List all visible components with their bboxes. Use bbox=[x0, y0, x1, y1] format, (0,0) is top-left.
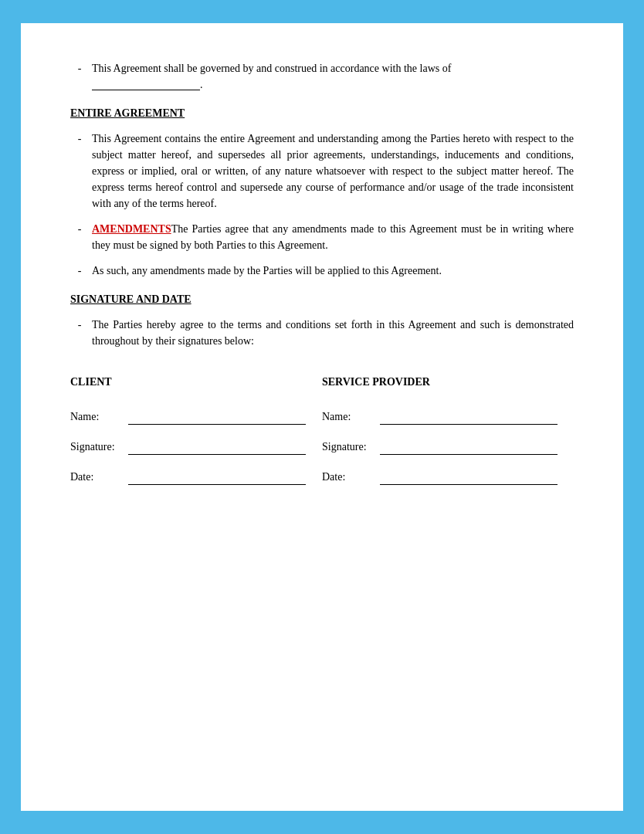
client-signature-line bbox=[128, 441, 306, 455]
governing-law-text: This Agreement shall be governed by and … bbox=[92, 60, 574, 93]
bullet-dash-3: - bbox=[70, 221, 89, 237]
entire-agreement-text: This Agreement contains the entire Agree… bbox=[92, 131, 574, 212]
signature-intro-item: - The Parties hereby agree to the terms … bbox=[70, 317, 574, 349]
document-content: - This Agreement shall be governed by an… bbox=[70, 60, 574, 499]
provider-date-field: Date: bbox=[322, 469, 574, 485]
client-column: CLIENT Name: Signature: Date: bbox=[70, 374, 322, 499]
amendments-item: - AMENDMENTSThe Parties agree that any a… bbox=[70, 221, 574, 253]
client-date-line bbox=[128, 471, 306, 485]
provider-signature-field: Signature: bbox=[322, 439, 574, 455]
signature-section: CLIENT Name: Signature: Date: bbox=[70, 374, 574, 499]
provider-signature-line bbox=[380, 441, 558, 455]
client-signature-label: Signature: bbox=[70, 439, 128, 455]
bullet-dash-4: - bbox=[70, 263, 89, 279]
entire-agreement-item: - This Agreement contains the entire Agr… bbox=[70, 131, 574, 212]
amendments-label: AMENDMENTS bbox=[92, 223, 171, 235]
amendments-text: AMENDMENTSThe Parties agree that any ame… bbox=[92, 221, 574, 253]
signature-columns: CLIENT Name: Signature: Date: bbox=[70, 374, 574, 499]
bullet-dash-1: - bbox=[70, 60, 89, 76]
client-signature-field: Signature: bbox=[70, 439, 322, 455]
signature-date-heading: SIGNATURE AND DATE bbox=[70, 291, 574, 307]
provider-date-label: Date: bbox=[322, 469, 380, 485]
signature-intro-text: The Parties hereby agree to the terms an… bbox=[92, 317, 574, 349]
governing-law-blank bbox=[92, 90, 200, 90]
service-provider-column: SERVICE PROVIDER Name: Signature: Date: bbox=[322, 374, 574, 499]
bullet-dash-5: - bbox=[70, 317, 89, 333]
client-name-line bbox=[128, 411, 306, 425]
bullet-dash-2: - bbox=[70, 131, 89, 147]
client-name-label: Name: bbox=[70, 409, 128, 425]
client-heading: CLIENT bbox=[70, 374, 322, 390]
service-provider-heading: SERVICE PROVIDER bbox=[322, 374, 574, 390]
entire-agreement-heading: ENTIRE AGREEMENT bbox=[70, 105, 574, 121]
provider-name-line bbox=[380, 411, 558, 425]
amendments-text-2: As such, any amendments made by the Part… bbox=[92, 263, 574, 279]
amendments-item-2: - As such, any amendments made by the Pa… bbox=[70, 263, 574, 279]
provider-signature-label: Signature: bbox=[322, 439, 380, 455]
provider-name-label: Name: bbox=[322, 409, 380, 425]
provider-date-line bbox=[380, 471, 558, 485]
governing-law-item: - This Agreement shall be governed by an… bbox=[70, 60, 574, 93]
client-name-field: Name: bbox=[70, 409, 322, 425]
document-page: - This Agreement shall be governed by an… bbox=[21, 23, 623, 811]
client-date-field: Date: bbox=[70, 469, 322, 485]
provider-name-field: Name: bbox=[322, 409, 574, 425]
client-date-label: Date: bbox=[70, 469, 128, 485]
